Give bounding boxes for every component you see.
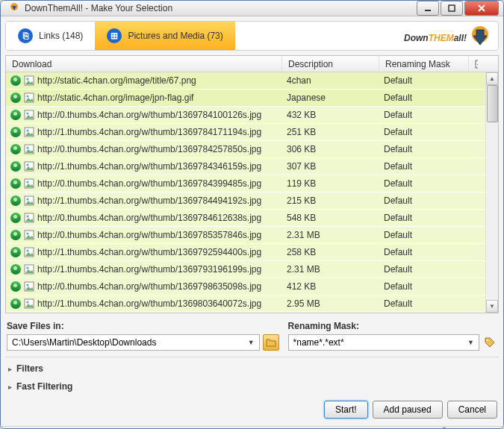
svg-rect-2 — [449, 5, 455, 11]
tab-links-label: Links (148) — [39, 31, 83, 41]
header-renaming[interactable]: Renaming Mask — [379, 56, 469, 72]
table-row[interactable]: http://0.thumbs.4chan.org/w/thumb/136978… — [6, 107, 498, 124]
image-file-icon — [24, 127, 34, 137]
cancel-button[interactable]: Cancel — [447, 401, 497, 419]
status-icon — [10, 195, 21, 206]
status-icon — [10, 230, 21, 240]
filters-label: Filters — [16, 363, 43, 374]
cell-mask: Default — [379, 213, 469, 223]
app-icon — [8, 2, 20, 14]
table-row[interactable]: http://static.4chan.org/image/title/67.p… — [6, 72, 498, 90]
filters-expander[interactable]: ▸ Filters — [5, 362, 499, 375]
url-text: http://1.thumbs.4chan.org/w/thumb/136979… — [37, 264, 261, 275]
svg-point-22 — [27, 216, 29, 218]
cell-mask: Default — [379, 264, 469, 275]
url-text: http://1.thumbs.4chan.org/w/thumb/136978… — [37, 161, 261, 172]
scrollbar: ▲ ▼ — [485, 72, 498, 313]
maximize-button[interactable] — [441, 1, 463, 16]
fast-filtering-expander[interactable]: ▸ Fast Filtering — [5, 380, 499, 393]
options-row: Save Files in: C:\Users\Martin\Desktop\D… — [5, 318, 499, 357]
url-text: http://0.thumbs.4chan.org/w/thumb/136978… — [37, 178, 261, 189]
cell-mask: Default — [379, 230, 469, 240]
image-file-icon — [24, 75, 34, 86]
url-text: http://static.4chan.org/image/jpn-flag.g… — [37, 93, 193, 103]
url-text: http://0.thumbs.4chan.org/w/thumb/136978… — [37, 230, 261, 240]
cell-description: 4chan — [282, 75, 379, 86]
table-row[interactable]: http://static.4chan.org/image/jpn-flag.g… — [6, 90, 498, 107]
url-text: http://0.thumbs.4chan.org/w/thumb/136979… — [37, 281, 261, 292]
table-row[interactable]: http://0.thumbs.4chan.org/w/thumb/136979… — [6, 278, 498, 295]
table-row[interactable]: http://0.thumbs.4chan.org/w/thumb/136978… — [6, 210, 498, 227]
scroll-up-button[interactable]: ▲ — [486, 72, 498, 85]
cell-description: 119 KB — [282, 178, 379, 189]
tab-pictures-media[interactable]: ⊞ Pictures and Media (73) — [95, 22, 234, 50]
column-config-button[interactable] — [469, 56, 484, 72]
table-row[interactable]: http://1.thumbs.4chan.org/w/thumb/136978… — [6, 192, 498, 210]
renaming-mask-label: Renaming Mask: — [288, 321, 497, 331]
cell-description: 258 KB — [282, 247, 379, 257]
cell-url: http://0.thumbs.4chan.org/w/thumb/136979… — [6, 281, 282, 292]
titlebar: DownThemAll! - Make Your Selection — [1, 1, 503, 16]
table-row[interactable]: http://1.thumbs.4chan.org/w/thumb/136978… — [6, 124, 498, 141]
image-file-icon — [24, 264, 34, 275]
scroll-down-button[interactable]: ▼ — [486, 300, 498, 313]
cell-mask: Default — [379, 195, 469, 206]
header-download[interactable]: Download — [6, 56, 282, 72]
chevron-right-icon: ▸ — [8, 365, 12, 373]
minimize-button[interactable] — [417, 1, 439, 16]
close-button[interactable] — [464, 1, 499, 16]
table-row[interactable]: http://1.thumbs.4chan.org/w/thumb/136978… — [6, 158, 498, 175]
cell-description: 2.95 MB — [282, 298, 379, 309]
image-file-icon — [24, 247, 34, 257]
header-description[interactable]: Description — [282, 56, 379, 72]
tab-bar: ⎘ Links (148) ⊞ Pictures and Media (73) … — [5, 21, 499, 51]
status-icon — [10, 264, 21, 275]
media-icon: ⊞ — [107, 28, 122, 43]
fast-filtering-label: Fast Filtering — [16, 381, 72, 392]
logo-text: DownTHEMall! — [404, 28, 467, 45]
status-icon — [10, 213, 21, 223]
status-icon — [10, 75, 21, 86]
table-row[interactable]: http://1.thumbs.4chan.org/w/thumb/136980… — [6, 295, 498, 313]
svg-point-32 — [27, 301, 29, 304]
content-area: ⎘ Links (148) ⊞ Pictures and Media (73) … — [1, 16, 503, 426]
renaming-mask-input[interactable]: *name*.*ext* ▼ — [288, 334, 479, 351]
add-paused-button[interactable]: Add paused — [373, 401, 443, 419]
cell-url: http://1.thumbs.4chan.org/w/thumb/136978… — [6, 195, 282, 206]
download-list: Download Description Renaming Mask http:… — [5, 55, 499, 313]
status-icon — [10, 161, 21, 172]
chevron-down-icon: ▼ — [248, 339, 255, 346]
cell-url: http://1.thumbs.4chan.org/w/thumb/136980… — [6, 298, 282, 309]
window-controls — [417, 1, 499, 16]
mask-tags-button[interactable] — [482, 335, 497, 350]
table-row[interactable]: http://0.thumbs.4chan.org/w/thumb/136978… — [6, 141, 498, 158]
cell-mask: Default — [379, 75, 469, 86]
renaming-mask-group: Renaming Mask: *name*.*ext* ▼ — [288, 321, 497, 351]
tag-icon — [484, 336, 496, 348]
url-text: http://1.thumbs.4chan.org/w/thumb/136978… — [37, 195, 261, 206]
browse-folder-button[interactable] — [263, 334, 279, 351]
cell-mask: Default — [379, 281, 469, 292]
table-row[interactable]: http://1.thumbs.4chan.org/w/thumb/136979… — [6, 244, 498, 261]
cell-url: http://0.thumbs.4chan.org/w/thumb/136978… — [6, 213, 282, 223]
svg-point-14 — [27, 147, 29, 149]
status-icon — [10, 110, 21, 120]
save-path-input[interactable]: C:\Users\Martin\Desktop\Downloads ▼ — [7, 334, 260, 351]
url-text: http://1.thumbs.4chan.org/w/thumb/136980… — [37, 298, 261, 309]
cell-mask: Default — [379, 144, 469, 154]
table-row[interactable]: http://0.thumbs.4chan.org/w/thumb/136978… — [6, 227, 498, 244]
table-row[interactable]: http://1.thumbs.4chan.org/w/thumb/136979… — [6, 261, 498, 278]
cell-description: 2.31 MB — [282, 230, 379, 240]
tab-links[interactable]: ⎘ Links (148) — [6, 22, 95, 50]
svg-point-10 — [27, 113, 29, 115]
cell-mask: Default — [379, 110, 469, 120]
table-row[interactable]: http://0.thumbs.4chan.org/w/thumb/136978… — [6, 175, 498, 192]
save-path-group: Save Files in: C:\Users\Martin\Desktop\D… — [7, 321, 279, 351]
cell-mask: Default — [379, 127, 469, 137]
start-button[interactable]: Start! — [324, 401, 368, 419]
url-text: http://0.thumbs.4chan.org/w/thumb/136978… — [37, 213, 261, 223]
save-path-value: C:\Users\Martin\Desktop\Downloads — [12, 337, 156, 348]
scroll-thumb[interactable] — [487, 85, 498, 122]
renaming-mask-value: *name*.*ext* — [293, 337, 344, 348]
image-file-icon — [24, 195, 34, 206]
